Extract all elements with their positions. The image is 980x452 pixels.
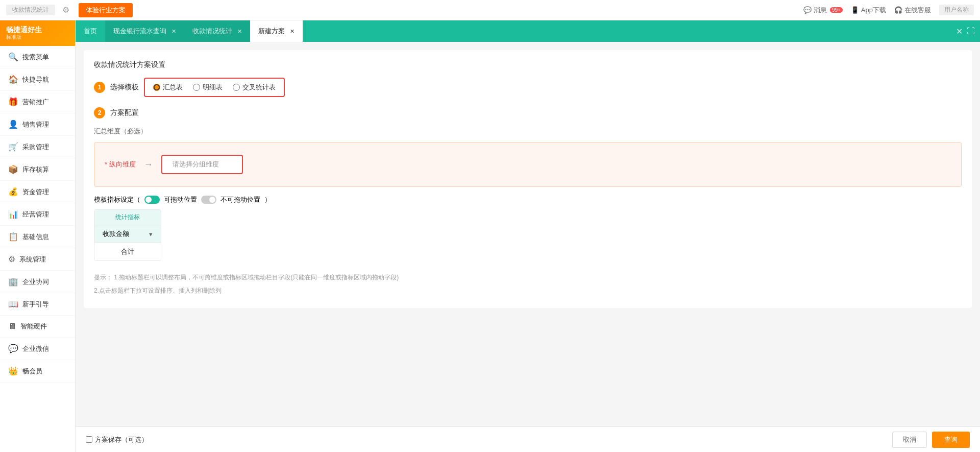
tips-section: 提示： 1.拖动标题栏可以调整布局，不可跨维度或指标区域拖动栏目字段(只能在同一… <box>94 271 962 297</box>
message-icon: 💬 <box>803 6 812 14</box>
radio-cross[interactable]: 交叉统计表 <box>233 83 276 92</box>
content-area: 首页 现金银行流水查询 ✕ 收款情况统计 ✕ 新建方案 ✕ ✕ ⛶ 收款情况统计… <box>76 20 980 452</box>
sidebar-item-system[interactable]: ⚙ 系统管理 <box>0 248 75 271</box>
download-item[interactable]: 📱 App下载 <box>851 6 886 15</box>
sidebar-item-label: 企业协同 <box>22 277 49 287</box>
main-card: 收款情况统计方案设置 1 选择模板 汇总表 明细表 <box>84 50 972 308</box>
monitor-icon: 🖥 <box>8 322 16 331</box>
non-draggable-label: 不可拖动位置 <box>220 195 260 204</box>
top-bar-left: 收款情况统计 ⚙ 体验行业方案 <box>6 3 133 17</box>
save-checkbox-label[interactable]: 方案保存（可选） <box>86 435 148 444</box>
tab-bank-flow-close[interactable]: ✕ <box>172 28 176 35</box>
tab-bar-actions: ✕ ⛶ <box>956 27 980 36</box>
radio-detail[interactable]: 明细表 <box>193 83 223 92</box>
gear-icon[interactable]: ⚙ <box>62 5 69 15</box>
sidebar-item-label: 新手引导 <box>22 300 49 309</box>
breadcrumb: 收款情况统计 <box>6 5 55 15</box>
section2: 2 方案配置 汇总维度（必选） * 纵向维度 → 请选择分组维度 <box>94 107 962 297</box>
service-item[interactable]: 🎧 在线客服 <box>894 6 931 15</box>
dimension-area: * 纵向维度 → 请选择分组维度 <box>94 142 962 187</box>
tab-bank-flow[interactable]: 现金银行流水查询 ✕ <box>105 20 184 42</box>
section1-header: 1 选择模板 汇总表 明细表 交叉统计表 <box>94 78 962 97</box>
dimension-arrow: → <box>144 159 153 170</box>
save-label: 方案保存（可选） <box>95 435 148 444</box>
save-checkbox[interactable] <box>86 436 92 443</box>
sidebar-item-member[interactable]: 👑 畅会员 <box>0 360 75 383</box>
sidebar-item-basic-info[interactable]: 📋 基础信息 <box>0 226 75 248</box>
dimension-title: 汇总维度（必选） <box>94 127 962 136</box>
radio-summary-label: 汇总表 <box>163 83 183 92</box>
section2-title: 方案配置 <box>110 108 139 117</box>
user-name: 用户名称 <box>939 5 974 15</box>
building-icon: 🏢 <box>8 277 18 287</box>
tab-expand-btn[interactable]: ⛶ <box>967 27 975 36</box>
dimension-select[interactable]: 请选择分组维度 <box>161 155 243 174</box>
settings-icon: ⚙ <box>8 254 15 264</box>
metrics-section-label: 统计指标 <box>115 213 140 222</box>
bottom-bar: 方案保存（可选） 取消 查询 <box>76 426 980 452</box>
radio-cross-label: 交叉统计表 <box>242 83 276 92</box>
tab-new-plan[interactable]: 新建方案 ✕ <box>250 20 303 42</box>
tab-new-plan-close[interactable]: ✕ <box>290 28 295 35</box>
sidebar: 畅捷通好生 标准版 🔍 搜索菜单 🏠 快捷导航 🎁 营销推广 👤 销售管理 🛒 … <box>0 20 76 452</box>
tip-2: 2.点击标题栏下拉可设置排序、插入列和删除列 <box>94 284 962 297</box>
main-layout: 畅捷通好生 标准版 🔍 搜索菜单 🏠 快捷导航 🎁 营销推广 👤 销售管理 🛒 … <box>0 20 980 452</box>
sidebar-item-label: 系统管理 <box>19 255 46 264</box>
sidebar-item-label: 资金管理 <box>22 187 49 197</box>
clipboard-icon: 📋 <box>8 232 18 242</box>
sidebar-item-hardware[interactable]: 🖥 智能硬件 <box>0 316 75 338</box>
metrics-row-label: 合计 <box>121 248 134 255</box>
gift-icon: 🎁 <box>8 97 18 107</box>
query-button[interactable]: 查询 <box>932 432 970 448</box>
radio-summary-input[interactable] <box>153 84 160 91</box>
metrics-header-label: 收款金额 <box>103 229 129 239</box>
sidebar-item-sales[interactable]: 👤 销售管理 <box>0 113 75 136</box>
metrics-section: 模板指标设定（ 可拖动位置 不可拖动位置 ） <box>94 195 962 297</box>
tab-collect-stat[interactable]: 收款情况统计 ✕ <box>184 20 250 42</box>
sidebar-item-label: 企业微信 <box>22 344 49 353</box>
sidebar-item-label: 智能硬件 <box>20 322 47 331</box>
page-content: 收款情况统计方案设置 1 选择模板 汇总表 明细表 <box>76 42 980 426</box>
download-icon: 📱 <box>851 6 859 14</box>
sidebar-item-finance[interactable]: 💰 资金管理 <box>0 181 75 203</box>
tab-close-all-btn[interactable]: ✕ <box>956 27 963 36</box>
sidebar-item-purchase[interactable]: 🛒 采购管理 <box>0 136 75 158</box>
message-item[interactable]: 💬 消息 99+ <box>803 6 843 15</box>
sidebar-item-operation[interactable]: 📊 经营管理 <box>0 203 75 226</box>
sidebar-item-enterprise[interactable]: 🏢 企业协同 <box>0 271 75 293</box>
top-bar-right: 💬 消息 99+ 📱 App下载 🎧 在线客服 用户名称 <box>803 5 974 15</box>
industry-btn[interactable]: 体验行业方案 <box>79 3 133 17</box>
non-draggable-toggle-switch[interactable] <box>201 196 216 204</box>
tab-home[interactable]: 首页 <box>76 20 105 42</box>
tab-home-label: 首页 <box>84 27 97 36</box>
sidebar-item-marketing[interactable]: 🎁 营销推广 <box>0 91 75 113</box>
sidebar-item-label: 库存核算 <box>22 165 49 174</box>
sidebar-item-inventory[interactable]: 📦 库存核算 <box>0 158 75 181</box>
radio-summary[interactable]: 汇总表 <box>153 83 183 92</box>
sidebar-item-wechat[interactable]: 💬 企业微信 <box>0 338 75 360</box>
home-icon: 🏠 <box>8 75 18 84</box>
tab-bank-flow-label: 现金银行流水查询 <box>113 27 166 36</box>
tab-collect-stat-close[interactable]: ✕ <box>237 28 242 35</box>
cart-icon: 🛒 <box>8 142 18 152</box>
message-badge: 99+ <box>830 7 843 13</box>
money-icon: 💰 <box>8 187 18 197</box>
radio-detail-input[interactable] <box>193 84 200 91</box>
metrics-header-dropdown[interactable]: ▾ <box>149 230 153 238</box>
metrics-settings-label: 模板指标设定（ <box>94 195 140 204</box>
sidebar-logo-text: 畅捷通好生 <box>6 26 42 34</box>
cancel-button[interactable]: 取消 <box>892 432 927 448</box>
crown-icon: 👑 <box>8 366 18 376</box>
section2-header: 2 方案配置 <box>94 107 962 118</box>
sidebar-item-label: 营销推广 <box>22 98 49 107</box>
draggable-toggle-switch[interactable] <box>144 196 160 204</box>
sidebar-item-search[interactable]: 🔍 搜索菜单 <box>0 46 75 68</box>
sidebar-item-label: 畅会员 <box>22 367 42 376</box>
sidebar-item-quick-nav[interactable]: 🏠 快捷导航 <box>0 68 75 91</box>
draggable-toggle <box>144 196 160 204</box>
sidebar-item-guide[interactable]: 📖 新手引导 <box>0 293 75 316</box>
template-radio-group: 汇总表 明细表 交叉统计表 <box>144 78 285 97</box>
tip-1: 提示： 1.拖动标题栏可以调整布局，不可跨维度或指标区域拖动栏目字段(只能在同一… <box>94 271 962 283</box>
non-draggable-toggle <box>201 196 216 204</box>
radio-cross-input[interactable] <box>233 84 240 91</box>
